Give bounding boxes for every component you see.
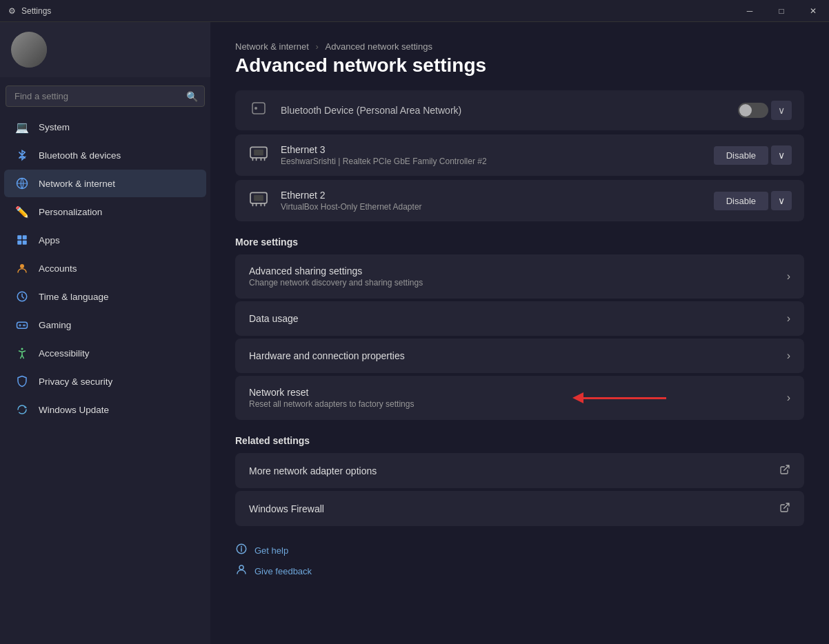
data-usage-chevron-icon: › <box>787 312 790 325</box>
svg-rect-1 <box>17 235 21 239</box>
sidebar-profile <box>0 22 210 77</box>
give-feedback-icon <box>235 563 248 578</box>
sidebar-item-label: System <box>39 122 195 132</box>
accounts-label: Accounts <box>39 263 195 274</box>
data-usage-row[interactable]: Data usage › <box>235 301 804 336</box>
data-usage-title: Data usage <box>249 313 787 324</box>
svg-rect-2 <box>23 235 27 239</box>
apps-label: Apps <box>39 235 195 245</box>
sidebar-item-accessibility[interactable]: Accessibility <box>4 339 206 367</box>
ethernet2-desc: VirtualBox Host-Only Ethernet Adapter <box>281 202 703 212</box>
ethernet3-desc: EeshwarSrishti | Realtek PCIe GbE Family… <box>281 157 703 166</box>
sidebar-item-bluetooth[interactable]: Bluetooth & devices <box>4 141 206 169</box>
bluetooth-toggle[interactable] <box>738 103 768 118</box>
svg-point-5 <box>20 264 24 268</box>
adapter-bluetooth-actions: ∨ <box>738 101 792 120</box>
privacy-label: Privacy & security <box>39 376 195 387</box>
windows-firewall-content: Windows Firewall <box>249 503 779 514</box>
windows-firewall-row[interactable]: Windows Firewall <box>235 491 804 526</box>
ethernet2-icon <box>248 190 270 211</box>
ethernet3-icon <box>248 145 270 165</box>
advanced-sharing-desc: Change network discovery and sharing set… <box>249 278 787 288</box>
adapter-card-ethernet2: Ethernet 2 VirtualBox Host-Only Ethernet… <box>235 180 804 221</box>
update-label: Windows Update <box>39 405 195 415</box>
ethernet3-disable-button[interactable]: Disable <box>714 146 768 165</box>
sidebar-item-apps[interactable]: Apps <box>4 226 206 254</box>
minimize-button[interactable]: ─ <box>734 0 766 22</box>
bluetooth-icon <box>15 148 29 162</box>
advanced-sharing-chevron-icon: › <box>787 270 790 283</box>
get-help-link[interactable]: Get help <box>235 543 804 558</box>
bluetooth-expand-button[interactable]: ∨ <box>771 101 792 120</box>
breadcrumb-current: Advanced network settings <box>326 41 432 52</box>
give-feedback-link[interactable]: Give feedback <box>235 563 804 578</box>
ethernet3-actions: Disable ∨ <box>714 145 792 165</box>
sidebar-item-time[interactable]: Time & language <box>4 283 206 310</box>
gaming-label: Gaming <box>39 320 195 330</box>
privacy-icon <box>15 374 29 388</box>
sidebar-nav: 💻 System Bluetooth & devices <box>0 112 210 424</box>
give-feedback-label: Give feedback <box>254 566 312 576</box>
personalization-label: Personalization <box>39 207 195 217</box>
sidebar-item-privacy[interactable]: Privacy & security <box>4 368 206 395</box>
network-reset-title: Network reset <box>249 387 787 398</box>
svg-rect-4 <box>23 241 27 245</box>
titlebar-left: ⚙ Settings <box>8 6 51 16</box>
search-input[interactable] <box>6 85 205 107</box>
get-help-label: Get help <box>254 545 288 556</box>
svg-rect-12 <box>254 150 263 156</box>
breadcrumb: Network & internet › Advanced network se… <box>235 41 804 52</box>
svg-point-8 <box>21 348 23 350</box>
breadcrumb-separator: › <box>316 41 321 52</box>
hardware-properties-title: Hardware and connection properties <box>249 350 787 361</box>
ethernet2-expand-button[interactable]: ∨ <box>771 191 792 210</box>
titlebar-title: Settings <box>21 6 51 16</box>
data-usage-content: Data usage <box>249 313 787 324</box>
sidebar-item-system[interactable]: 💻 System <box>4 113 206 141</box>
svg-rect-14 <box>254 195 263 201</box>
main-content: Network & internet › Advanced network se… <box>210 22 829 644</box>
sidebar-item-personalization[interactable]: ✏️ Personalization <box>4 198 206 225</box>
accessibility-label: Accessibility <box>39 348 195 359</box>
network-adapter-options-row[interactable]: More network adapter options <box>235 453 804 488</box>
system-icon: 💻 <box>15 120 29 134</box>
update-icon <box>15 403 29 416</box>
svg-rect-7 <box>17 322 28 328</box>
network-adapter-options-title: More network adapter options <box>249 465 779 476</box>
hardware-properties-content: Hardware and connection properties <box>249 350 787 361</box>
sidebar-item-update[interactable]: Windows Update <box>4 396 206 423</box>
svg-point-10 <box>254 107 257 110</box>
sidebar-item-accounts[interactable]: Accounts <box>4 254 206 282</box>
svg-point-16 <box>239 565 243 570</box>
hardware-properties-chevron-icon: › <box>787 350 790 362</box>
accessibility-icon <box>15 346 29 360</box>
ethernet2-info: Ethernet 2 VirtualBox Host-Only Ethernet… <box>281 190 703 212</box>
hardware-properties-row[interactable]: Hardware and connection properties › <box>235 339 804 373</box>
close-button[interactable]: ✕ <box>797 0 829 22</box>
personalization-icon: ✏️ <box>15 205 29 219</box>
svg-rect-9 <box>252 103 265 114</box>
maximize-button[interactable]: □ <box>766 0 797 22</box>
ethernet2-disable-button[interactable]: Disable <box>714 192 768 210</box>
sidebar-item-gaming[interactable]: Gaming <box>4 311 206 339</box>
adapter-card-bluetooth: Bluetooth Device (Personal Area Network)… <box>235 90 804 130</box>
network-adapter-options-content: More network adapter options <box>249 465 779 476</box>
network-reset-desc: Reset all network adapters to factory se… <box>249 399 787 409</box>
network-icon <box>15 177 29 190</box>
breadcrumb-parent[interactable]: Network & internet <box>235 41 309 52</box>
titlebar-controls: ─ □ ✕ <box>734 0 829 22</box>
network-reset-row[interactable]: Network reset Reset all network adapters… <box>235 376 804 420</box>
network-reset-chevron-icon: › <box>787 392 790 404</box>
related-settings-header: Related settings <box>235 435 804 446</box>
ethernet3-name: Ethernet 3 <box>281 144 703 155</box>
advanced-sharing-row[interactable]: Advanced sharing settings Change network… <box>235 254 804 299</box>
ethernet3-expand-button[interactable]: ∨ <box>771 145 792 165</box>
bottom-links: Get help Give feedback <box>210 529 829 592</box>
search-box: 🔍 <box>6 85 205 107</box>
accounts-icon <box>15 261 29 275</box>
advanced-sharing-title: Advanced sharing settings <box>249 265 787 276</box>
svg-rect-3 <box>17 241 21 245</box>
sidebar-item-network[interactable]: Network & internet <box>4 170 206 197</box>
apps-icon <box>15 233 29 247</box>
windows-firewall-ext-icon <box>779 502 790 515</box>
